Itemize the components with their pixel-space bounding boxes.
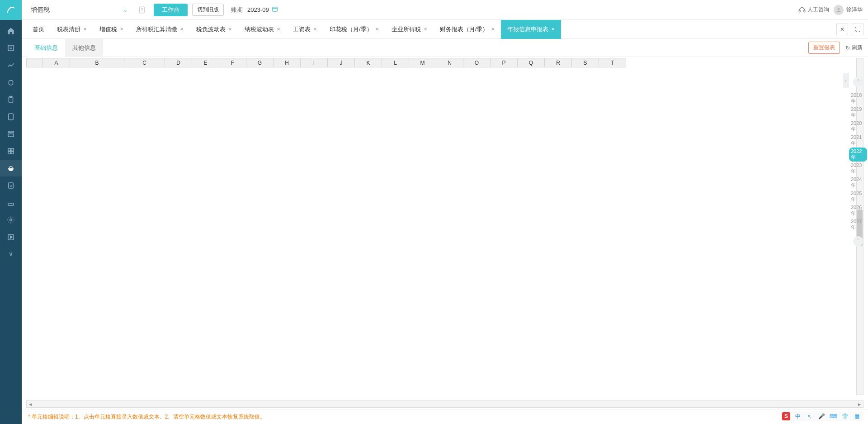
close-icon[interactable]: ✕ bbox=[120, 27, 123, 32]
tab-5[interactable]: 纳税波动表✕ bbox=[238, 20, 287, 39]
nav-template[interactable] bbox=[0, 126, 22, 142]
nav-v[interactable]: V bbox=[0, 246, 22, 262]
year-2027年[interactable]: 2027年 bbox=[849, 218, 867, 232]
tab-4[interactable]: 税负波动表✕ bbox=[190, 20, 238, 39]
close-icon[interactable]: ✕ bbox=[424, 27, 427, 32]
nav-chart[interactable] bbox=[0, 57, 22, 73]
nav-calc[interactable] bbox=[0, 109, 22, 125]
horizontal-scrollbar[interactable]: ◄ ► bbox=[26, 400, 863, 408]
ime-skin-icon[interactable]: 👕 bbox=[841, 412, 849, 420]
year-2025年[interactable]: 2025年 bbox=[849, 190, 867, 204]
close-icon[interactable]: ✕ bbox=[313, 27, 317, 32]
nav-play[interactable] bbox=[0, 229, 22, 245]
col-header[interactable]: F bbox=[219, 58, 246, 67]
close-icon[interactable]: ✕ bbox=[228, 27, 232, 32]
nav-ledger[interactable] bbox=[0, 40, 22, 56]
col-header[interactable]: N bbox=[436, 58, 463, 67]
close-icon[interactable]: ✕ bbox=[491, 27, 495, 32]
col-header[interactable]: J bbox=[328, 58, 355, 67]
tab-6[interactable]: 工资表✕ bbox=[287, 20, 323, 39]
year-down-icon[interactable]: ˅ bbox=[853, 236, 863, 246]
col-header[interactable]: B bbox=[70, 58, 124, 67]
ime-bar: S 中 •, 🎤 ⌨ 👕 ▦ bbox=[779, 411, 863, 421]
doc-icon[interactable] bbox=[136, 4, 148, 16]
year-2026年[interactable]: 2026年 bbox=[849, 204, 867, 218]
side-nav: V bbox=[0, 20, 22, 424]
tab-2[interactable]: 增值税✕ bbox=[93, 20, 130, 39]
switch-version-button[interactable]: 切到旧版 bbox=[192, 4, 224, 16]
expand-button[interactable]: ⛶ bbox=[852, 24, 863, 35]
reset-button[interactable]: 重置报表 bbox=[808, 42, 840, 54]
close-icon[interactable]: ✕ bbox=[375, 27, 379, 32]
period-label: 账期 bbox=[231, 6, 243, 14]
close-icon[interactable]: ✕ bbox=[277, 27, 280, 32]
nav-settings[interactable] bbox=[0, 212, 22, 228]
col-header[interactable]: K bbox=[355, 58, 382, 67]
col-header[interactable]: A bbox=[43, 58, 70, 67]
tab-7[interactable]: 印花税（月/季）✕ bbox=[323, 20, 385, 39]
col-header[interactable]: L bbox=[382, 58, 409, 67]
scroll-right-icon[interactable]: ► bbox=[856, 401, 863, 407]
nav-home[interactable] bbox=[0, 23, 22, 39]
svg-rect-16 bbox=[8, 131, 14, 133]
year-2018年[interactable]: 2018年 bbox=[849, 91, 867, 105]
col-header[interactable]: G bbox=[246, 58, 274, 67]
nav-export[interactable] bbox=[0, 177, 22, 194]
ime-sogou-icon[interactable]: S bbox=[782, 412, 790, 420]
col-header[interactable]: P bbox=[491, 58, 518, 67]
col-header[interactable]: C bbox=[124, 58, 165, 67]
year-up-icon[interactable]: ˄ bbox=[853, 77, 863, 87]
col-header[interactable]: S bbox=[572, 58, 599, 67]
col-header[interactable]: M bbox=[409, 58, 436, 67]
refresh-button[interactable]: ↻ 刷新 bbox=[845, 44, 863, 52]
spreadsheet[interactable]: ABCDEFGHIJKLMNOPQRST bbox=[26, 58, 863, 400]
tab-9[interactable]: 财务报表（月/季）✕ bbox=[434, 20, 501, 39]
nav-inbox[interactable] bbox=[0, 195, 22, 211]
col-header[interactable]: H bbox=[274, 58, 301, 67]
col-header[interactable]: Q bbox=[518, 58, 545, 67]
ime-punct-icon[interactable]: •, bbox=[806, 412, 814, 420]
user-menu[interactable]: 徐泽华 bbox=[834, 5, 863, 15]
nav-clipboard[interactable] bbox=[0, 91, 22, 108]
tab-label: 企业所得税 bbox=[392, 25, 421, 33]
year-2020年[interactable]: 2020年 bbox=[849, 119, 867, 133]
ime-keyboard-icon[interactable]: ⌨ bbox=[829, 412, 837, 420]
module-dropdown[interactable]: 增值税 ⌄ bbox=[27, 6, 136, 14]
col-header[interactable]: I bbox=[301, 58, 328, 67]
nav-bowl[interactable] bbox=[0, 160, 22, 176]
col-header[interactable]: R bbox=[545, 58, 572, 67]
tab-1[interactable]: 税表清册✕ bbox=[51, 20, 93, 39]
nav-money[interactable] bbox=[0, 74, 22, 91]
year-2023年[interactable]: 2023年 bbox=[849, 162, 867, 176]
col-header[interactable]: T bbox=[599, 58, 626, 67]
subtab-other[interactable]: 其他信息 bbox=[65, 39, 103, 57]
ime-tool-icon[interactable]: ▦ bbox=[853, 412, 861, 420]
close-all-button[interactable]: ✕ bbox=[836, 24, 848, 35]
tab-8[interactable]: 企业所得税✕ bbox=[385, 20, 434, 39]
calendar-icon[interactable] bbox=[272, 6, 278, 14]
col-header[interactable]: D bbox=[165, 58, 192, 67]
year-2021年[interactable]: 2021年 bbox=[849, 133, 867, 148]
period-value[interactable]: 2023-09 bbox=[247, 6, 269, 13]
scroll-left-icon[interactable]: ◄ bbox=[27, 401, 34, 407]
year-2022年[interactable]: 2022年 bbox=[849, 148, 867, 162]
username: 徐泽华 bbox=[846, 6, 863, 14]
ime-mic-icon[interactable]: 🎤 bbox=[817, 412, 826, 420]
tab-3[interactable]: 所得税汇算清缴✕ bbox=[130, 20, 190, 39]
year-2019年[interactable]: 2019年 bbox=[849, 105, 867, 119]
close-icon[interactable]: ✕ bbox=[180, 27, 184, 32]
ime-lang-icon[interactable]: 中 bbox=[794, 412, 802, 420]
tab-10[interactable]: 年报信息申报表✕ bbox=[501, 20, 561, 39]
workbench-button[interactable]: 工作台 bbox=[154, 4, 188, 16]
year-2024年[interactable]: 2024年 bbox=[849, 176, 867, 190]
col-header[interactable]: E bbox=[192, 58, 219, 67]
close-icon[interactable]: ✕ bbox=[83, 27, 87, 32]
col-header[interactable]: O bbox=[463, 58, 491, 67]
nav-grid[interactable] bbox=[0, 143, 22, 159]
tab-0[interactable]: 首页 bbox=[26, 20, 51, 39]
year-rail-toggle[interactable]: ‹ bbox=[843, 73, 849, 88]
support-link[interactable]: 人工咨询 bbox=[798, 6, 829, 14]
close-icon[interactable]: ✕ bbox=[551, 27, 555, 32]
subtab-basic[interactable]: 基础信息 bbox=[27, 39, 65, 57]
app-logo[interactable] bbox=[0, 0, 22, 20]
